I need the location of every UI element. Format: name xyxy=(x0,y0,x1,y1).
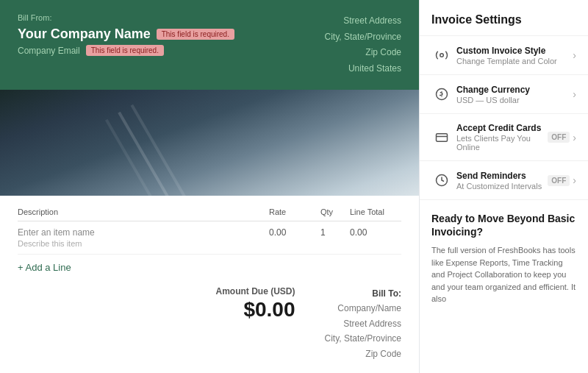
company-name-required-badge: This field is required. xyxy=(157,29,234,40)
street-address-line[interactable]: Street Address xyxy=(325,13,401,29)
promo-section: Ready to Move Beyond Basic Invoicing? Th… xyxy=(420,200,588,373)
send-reminders-subtitle: At Customized Intervals xyxy=(456,182,548,191)
table-wrapper: Description Rate Qty Line Total Enter an… xyxy=(0,196,419,255)
accept-credit-cards-icon xyxy=(431,127,452,148)
amount-due-value: $0.00 xyxy=(216,298,295,322)
table-area: Description Rate Qty Line Total Enter an… xyxy=(0,196,419,280)
accept-credit-cards-toggle[interactable]: OFF xyxy=(548,132,570,143)
item-desc[interactable]: Describe this item xyxy=(18,239,269,248)
change-currency-content: Change Currency USD — US dollar xyxy=(456,85,573,104)
accept-credit-cards-content: Accept Credit Cards Lets Clients Pay You… xyxy=(456,123,548,152)
amount-due-block: Amount Due (USD) $0.00 xyxy=(216,286,295,322)
address-section: Street Address City, State/Province Zip … xyxy=(325,13,401,77)
accept-credit-cards-subtitle: Lets Clients Pay You Online xyxy=(456,134,548,152)
custom-invoice-style-subtitle: Change Template and Color xyxy=(456,57,573,65)
city-state-line[interactable]: City, State/Province xyxy=(325,29,401,46)
bill-from-section: Bill From: Your Company Name This field … xyxy=(18,13,325,56)
bill-from-label: Bill From: xyxy=(18,13,325,22)
banner-image xyxy=(0,90,419,196)
accept-credit-cards-title: Accept Credit Cards xyxy=(456,123,548,133)
custom-invoice-style-title: Custom Invoice Style xyxy=(456,46,573,56)
send-reminders-chevron: › xyxy=(573,174,576,186)
left-panel: Bill From: Your Company Name This field … xyxy=(0,0,419,373)
promo-title: Ready to Move Beyond Basic Invoicing? xyxy=(431,212,576,238)
change-currency-title: Change Currency xyxy=(456,85,573,95)
custom-invoice-style-icon xyxy=(431,45,452,65)
settings-title: Invoice Settings xyxy=(420,0,588,36)
col-line-total: Line Total xyxy=(350,207,401,216)
svg-rect-2 xyxy=(437,133,448,141)
send-reminders-toggle[interactable]: OFF xyxy=(548,175,570,186)
change-currency-icon xyxy=(431,84,452,104)
amount-due-label: Amount Due (USD) xyxy=(216,286,295,296)
zip-code-line[interactable]: Zip Code xyxy=(325,45,401,61)
company-name[interactable]: Your Company Name xyxy=(18,26,151,42)
change-currency-chevron: › xyxy=(573,88,576,100)
company-email-row: Company Email This field is required. xyxy=(18,45,325,56)
settings-item-change-currency[interactable]: Change Currency USD — US dollar › xyxy=(420,75,588,114)
custom-invoice-style-content: Custom Invoice Style Change Template and… xyxy=(456,46,573,65)
item-total: 0.00 xyxy=(350,227,401,248)
settings-item-accept-credit-cards[interactable]: Accept Credit Cards Lets Clients Pay You… xyxy=(420,114,588,161)
country-line[interactable]: United States xyxy=(325,61,401,77)
right-panel: Invoice Settings Custom Invoice Style Ch… xyxy=(419,0,588,373)
item-rate[interactable]: 0.00 xyxy=(269,227,320,248)
bottom-right-area: Amount Due (USD) $0.00 Bill To: Company/… xyxy=(216,286,401,361)
table-header: Description Rate Qty Line Total xyxy=(18,207,401,221)
bill-to-section: Bill To: Company/Name Street Address Cit… xyxy=(325,286,401,361)
promo-text: The full version of FreshBooks has tools… xyxy=(431,244,576,305)
add-line-button[interactable]: + Add a Line xyxy=(18,255,71,280)
company-name-row: Your Company Name This field is required… xyxy=(18,26,325,42)
bill-to-label: Bill To: xyxy=(325,286,401,301)
company-email-required-badge: This field is required. xyxy=(86,45,164,56)
settings-item-custom-invoice-style[interactable]: Custom Invoice Style Change Template and… xyxy=(420,36,588,75)
invoice-header: Bill From: Your Company Name This field … xyxy=(0,0,419,90)
col-description: Description xyxy=(18,207,269,216)
settings-item-send-reminders[interactable]: Send Reminders At Customized Intervals O… xyxy=(420,161,588,200)
table-row: Enter an item name Describe this item 0.… xyxy=(18,221,401,255)
custom-invoice-style-chevron: › xyxy=(573,49,576,61)
company-email-label: Company Email xyxy=(18,46,80,56)
item-qty[interactable]: 1 xyxy=(320,227,350,248)
accept-credit-cards-chevron: › xyxy=(573,132,576,143)
add-line-row: + Add a Line xyxy=(0,255,419,280)
col-rate: Rate xyxy=(269,207,320,216)
svg-point-0 xyxy=(440,54,444,57)
bill-to-company[interactable]: Company/Name xyxy=(325,301,401,316)
change-currency-subtitle: USD — US dollar xyxy=(456,96,573,104)
bill-to-city-state[interactable]: City, State/Province xyxy=(325,331,401,346)
bill-to-street[interactable]: Street Address xyxy=(325,316,401,331)
col-qty: Qty xyxy=(320,207,350,216)
bill-to-zip[interactable]: Zip Code xyxy=(325,347,401,361)
item-description-col: Enter an item name Describe this item xyxy=(18,227,269,248)
send-reminders-content: Send Reminders At Customized Intervals xyxy=(456,171,548,191)
bottom-left-spacer xyxy=(18,286,216,361)
item-name[interactable]: Enter an item name xyxy=(18,227,269,238)
invoice-bottom: Amount Due (USD) $0.00 Bill To: Company/… xyxy=(0,280,419,373)
send-reminders-title: Send Reminders xyxy=(456,171,548,181)
send-reminders-icon xyxy=(431,170,452,191)
